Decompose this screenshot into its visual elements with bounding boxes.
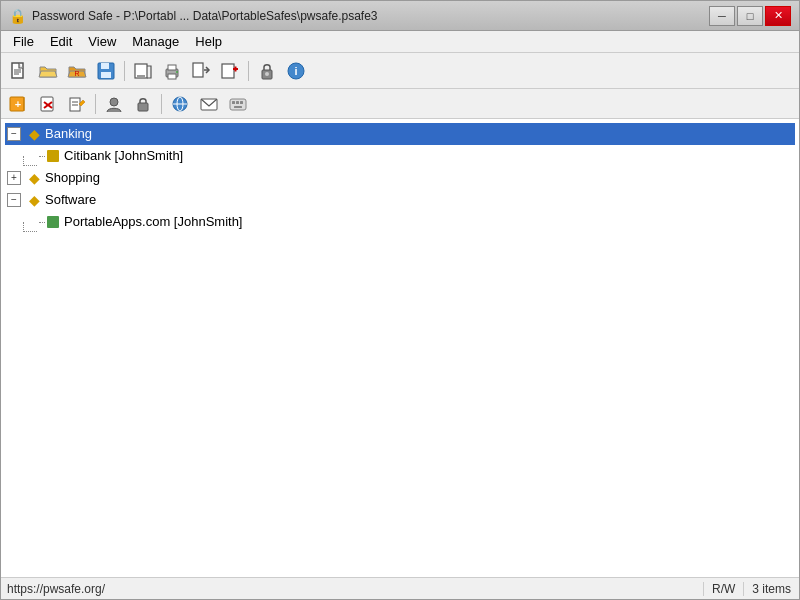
sep-2 bbox=[248, 61, 249, 81]
menu-manage[interactable]: Manage bbox=[124, 32, 187, 51]
status-url: https://pwsafe.org/ bbox=[1, 582, 704, 596]
toolbar-1: R i bbox=[1, 53, 799, 89]
menu-bar: File Edit View Manage Help bbox=[1, 31, 799, 53]
svg-rect-9 bbox=[137, 75, 145, 77]
svg-point-20 bbox=[265, 72, 269, 76]
citibank-entry-icon bbox=[47, 150, 59, 162]
software-label: Software bbox=[42, 190, 96, 210]
shopping-expander[interactable]: + bbox=[7, 171, 21, 185]
svg-rect-11 bbox=[168, 65, 176, 70]
svg-rect-6 bbox=[101, 63, 109, 69]
banking-folder-icon: ◆ bbox=[29, 124, 40, 144]
svg-rect-12 bbox=[168, 74, 176, 79]
portableapps-entry-icon bbox=[47, 216, 59, 228]
status-items: 3 items bbox=[744, 582, 799, 596]
maximize-button[interactable]: □ bbox=[737, 6, 763, 26]
menu-edit[interactable]: Edit bbox=[42, 32, 80, 51]
svg-rect-38 bbox=[230, 99, 246, 110]
tree-view: − ◆ Banking Citibank [JohnSmith] + ◆ Sho… bbox=[5, 123, 795, 233]
main-content: − ◆ Banking Citibank [JohnSmith] + ◆ Sho… bbox=[1, 119, 799, 577]
svg-rect-40 bbox=[236, 101, 239, 104]
save-button[interactable] bbox=[92, 58, 120, 84]
sep-1 bbox=[124, 61, 125, 81]
send-email-button[interactable] bbox=[195, 91, 223, 117]
menu-file[interactable]: File bbox=[5, 32, 42, 51]
close-button[interactable]: ✕ bbox=[765, 6, 791, 26]
title-bar-left: 🔒 Password Safe - P:\Portabl ... Data\Po… bbox=[9, 8, 378, 24]
backup-button[interactable] bbox=[129, 58, 157, 84]
menu-view[interactable]: View bbox=[80, 32, 124, 51]
svg-text:+: + bbox=[15, 98, 21, 110]
citibank-label: Citibank [JohnSmith] bbox=[61, 146, 183, 166]
lock-button[interactable] bbox=[253, 58, 281, 84]
about-button[interactable]: i bbox=[282, 58, 310, 84]
svg-point-13 bbox=[176, 71, 178, 73]
svg-rect-41 bbox=[240, 101, 243, 104]
copy-username-button[interactable] bbox=[100, 91, 128, 117]
menu-help[interactable]: Help bbox=[187, 32, 230, 51]
copy-password-button[interactable] bbox=[129, 91, 157, 117]
svg-text:R: R bbox=[74, 70, 79, 77]
status-bar: https://pwsafe.org/ R/W 3 items bbox=[1, 577, 799, 599]
app-icon: 🔒 bbox=[9, 8, 26, 24]
svg-point-32 bbox=[110, 98, 118, 106]
svg-rect-16 bbox=[222, 64, 234, 78]
print-button[interactable] bbox=[158, 58, 186, 84]
delete-entry-button[interactable] bbox=[34, 91, 62, 117]
tree-node-banking[interactable]: − ◆ Banking bbox=[5, 123, 795, 145]
software-children: PortableApps.com [JohnSmith] bbox=[5, 211, 795, 233]
export-button[interactable] bbox=[187, 58, 215, 84]
portableapps-label: PortableApps.com [JohnSmith] bbox=[61, 212, 242, 232]
edit-entry-button[interactable] bbox=[63, 91, 91, 117]
software-expander[interactable]: − bbox=[7, 193, 21, 207]
tree-node-citibank[interactable]: Citibank [JohnSmith] bbox=[21, 145, 795, 167]
status-rw: R/W bbox=[704, 582, 744, 596]
title-text: Password Safe - P:\Portabl ... Data\Port… bbox=[32, 9, 378, 23]
close-db-button[interactable] bbox=[216, 58, 244, 84]
svg-rect-42 bbox=[234, 106, 242, 108]
banking-label: Banking bbox=[42, 124, 92, 144]
tree-node-shopping[interactable]: + ◆ Shopping bbox=[5, 167, 795, 189]
tree-node-portableapps[interactable]: PortableApps.com [JohnSmith] bbox=[21, 211, 795, 233]
shopping-label: Shopping bbox=[42, 168, 100, 188]
software-folder-icon: ◆ bbox=[29, 190, 40, 210]
window-controls: ─ □ ✕ bbox=[709, 6, 791, 26]
sep-3 bbox=[95, 94, 96, 114]
tree-node-software[interactable]: − ◆ Software bbox=[5, 189, 795, 211]
title-bar: 🔒 Password Safe - P:\Portabl ... Data\Po… bbox=[1, 1, 799, 31]
open-button[interactable] bbox=[34, 58, 62, 84]
add-entry-button[interactable]: + bbox=[5, 91, 33, 117]
sep-4 bbox=[161, 94, 162, 114]
svg-rect-14 bbox=[193, 63, 203, 77]
minimize-button[interactable]: ─ bbox=[709, 6, 735, 26]
new-button[interactable] bbox=[5, 58, 33, 84]
svg-rect-39 bbox=[232, 101, 235, 104]
svg-text:i: i bbox=[294, 65, 297, 77]
open-ro-button[interactable]: R bbox=[63, 58, 91, 84]
shopping-folder-icon: ◆ bbox=[29, 168, 40, 188]
svg-rect-7 bbox=[101, 72, 111, 78]
svg-rect-33 bbox=[138, 103, 148, 111]
browse-url-button[interactable] bbox=[166, 91, 194, 117]
autotype-button[interactable] bbox=[224, 91, 252, 117]
banking-children: Citibank [JohnSmith] bbox=[5, 145, 795, 167]
toolbar-2: + bbox=[1, 89, 799, 119]
banking-expander[interactable]: − bbox=[7, 127, 21, 141]
